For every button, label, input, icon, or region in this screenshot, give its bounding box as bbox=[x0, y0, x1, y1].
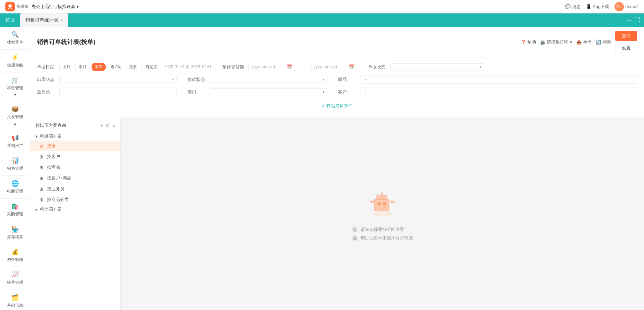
sidebar-item-sales-label: 销售管理 bbox=[7, 166, 23, 171]
tree-item-salesman-icon: ⊞ bbox=[38, 186, 44, 192]
tab-close-icon[interactable]: × bbox=[60, 18, 63, 22]
product-input[interactable]: ··· bbox=[361, 75, 637, 84]
sidebar-item-finance[interactable]: 💰 资金管理 bbox=[0, 244, 30, 267]
main-layout: 🔍 搜索菜单 ⚡ 快捷导航 🛒 零售管理 ▾ 📦 批发管理 ▴ 📢 营销推广 📊… bbox=[0, 27, 644, 310]
sidebar-item-ecommerce[interactable]: 🌐 电商管理 bbox=[0, 176, 30, 199]
tab-sales-order[interactable]: 销售订单统计表 × bbox=[20, 13, 68, 27]
tree-section-desktop[interactable]: ▾ 电脑端方案 bbox=[30, 132, 120, 141]
empty-tips: 1 请先选择要分析的方案 2 用过滤条件来缩小分析范围 bbox=[352, 226, 413, 241]
status-select[interactable]: ▾ bbox=[390, 63, 484, 70]
expected-date-start[interactable]: yyyy-mm-dd 📅 bbox=[248, 63, 295, 71]
query-button[interactable]: 查询 bbox=[615, 31, 637, 41]
expected-date-label: 预计交货期 bbox=[222, 64, 244, 70]
page-header: 销售订单统计表(按单) ❓ 帮助 🖨️ 按模板打印 ▾ 📤 导出 🔄 刷新 bbox=[30, 27, 644, 57]
avatar: Ea bbox=[614, 2, 624, 11]
print-arrow-icon: ▾ bbox=[570, 40, 572, 45]
message-action[interactable]: 💬 消息 bbox=[565, 4, 581, 10]
sidebar-item-sales[interactable]: 📊 销售管理 bbox=[0, 153, 30, 176]
add-scheme-icon[interactable]: + bbox=[100, 123, 103, 128]
tab-home[interactable]: 首页 bbox=[0, 13, 20, 27]
message-label: 消息 bbox=[572, 4, 581, 10]
tree-item-by-category[interactable]: ⊞ 按商品分类 bbox=[30, 194, 120, 205]
template-print-button[interactable]: 🖨️ 按模板打印 ▾ bbox=[540, 39, 572, 45]
custom-btn[interactable]: 自定义 bbox=[142, 63, 160, 71]
collapse-icon: ∧ bbox=[322, 103, 325, 108]
sidebar-item-inventory[interactable]: 🏪 库存核算 bbox=[0, 221, 30, 244]
svg-rect-6 bbox=[370, 200, 375, 203]
pay-status-select[interactable]: ▾ bbox=[210, 76, 327, 83]
svg-rect-7 bbox=[390, 200, 395, 203]
sidebar-item-retail-label: 零售管理 bbox=[7, 85, 23, 91]
logo-area: 标准版 bbox=[5, 2, 29, 11]
expected-date-end[interactable]: yyyy-mm-dd 📅 bbox=[310, 63, 357, 71]
user-name: demo2 bbox=[625, 4, 639, 9]
tree-mobile-expand-icon: ▸ bbox=[36, 207, 38, 212]
filter-row-3: 业务员 ··· 部门 ▾ 客户 ··· bbox=[37, 88, 637, 96]
svg-point-1 bbox=[373, 212, 392, 216]
sidebar-item-operations[interactable]: 📈 经营管理 bbox=[0, 267, 30, 290]
this-year-btn[interactable]: 本年 bbox=[92, 63, 106, 71]
customer-label: 客户 bbox=[338, 89, 357, 95]
settings-button[interactable]: 设置 bbox=[615, 43, 637, 53]
pay-status-label: 收款状态 bbox=[187, 76, 206, 83]
refresh-icon: 🔄 bbox=[596, 40, 601, 45]
quicknav-icon: ⚡ bbox=[11, 54, 19, 61]
empty-state: 1 请先选择要分析的方案 2 用过滤条件来缩小分析范围 bbox=[345, 166, 420, 261]
sidebar-item-ecommerce-label: 电商管理 bbox=[7, 189, 23, 194]
tree-item-by-customer-product[interactable]: ⊞ 按客户+商品 bbox=[30, 173, 120, 184]
svg-rect-5 bbox=[383, 202, 386, 205]
collapse-button[interactable]: ∧ 收起更多条件 bbox=[37, 100, 637, 111]
tree-item-salesman-label: 按业务员 bbox=[47, 186, 64, 192]
last7days-btn[interactable]: 近7天 bbox=[108, 63, 124, 71]
refresh-button[interactable]: 🔄 刷新 bbox=[596, 39, 611, 45]
ship-chevron-icon: ▾ bbox=[172, 78, 174, 81]
tree-item-by-customer[interactable]: ⊞ 按客户 bbox=[30, 151, 120, 162]
refresh-label: 刷新 bbox=[602, 39, 611, 45]
last-month-btn[interactable]: 上月 bbox=[59, 63, 73, 71]
tree-item-by-product[interactable]: ⊞ 按商品 bbox=[30, 162, 120, 173]
sidebar-item-marketing-label: 营销推广 bbox=[7, 143, 23, 149]
this-month-btn[interactable]: 本月 bbox=[75, 63, 90, 71]
settings-scheme-icon[interactable]: ⊙ bbox=[106, 123, 110, 128]
ship-status-select[interactable]: ▾ bbox=[59, 76, 177, 83]
tree-item-product-icon: ⊞ bbox=[38, 164, 44, 170]
sidebar-item-quicknav[interactable]: ⚡ 快捷导航 bbox=[0, 50, 30, 72]
tip-text-2: 用过滤条件来缩小分析范围 bbox=[361, 235, 413, 241]
user-action[interactable]: Ea demo2 bbox=[614, 2, 639, 11]
more-btn[interactable]: 更多 bbox=[126, 63, 140, 71]
top-bar: 标准版 办公用品行业模拟账套 ▾ 💬 消息 📱 App下载 Ea demo2 bbox=[0, 0, 644, 13]
sidebar-item-purchase[interactable]: 🛍️ 采购管理 bbox=[0, 199, 30, 221]
left-panel: 按以下方案查询 + ⊙ « ▾ 电脑端方案 ⊙ 按单 bbox=[30, 117, 121, 310]
sidebar-item-basic-label: 基础信息 bbox=[7, 303, 23, 308]
finance-icon: 💰 bbox=[11, 248, 19, 256]
tab-sales-order-label: 销售订单统计表 bbox=[25, 17, 58, 23]
marketing-icon: 📢 bbox=[11, 134, 19, 142]
empty-tip-2: 2 用过滤条件来缩小分析范围 bbox=[352, 235, 413, 241]
panel-header: 按以下方案查询 + ⊙ « bbox=[30, 120, 120, 131]
app-download-action[interactable]: 📱 App下载 bbox=[586, 4, 609, 10]
status-chevron-icon: ▾ bbox=[480, 65, 481, 69]
sidebar-item-marketing[interactable]: 📢 营销推广 bbox=[0, 130, 30, 153]
tab-bar: 首页 销售订单统计表 × — ⛶ bbox=[0, 13, 644, 27]
sidebar: 🔍 搜索菜单 ⚡ 快捷导航 🛒 零售管理 ▾ 📦 批发管理 ▴ 📢 营销推广 📊… bbox=[0, 27, 30, 310]
workspace-selector[interactable]: 办公用品行业模拟账套 ▾ bbox=[32, 4, 79, 10]
sidebar-item-wholesale[interactable]: 📦 批发管理 ▴ bbox=[0, 101, 30, 130]
dept-select[interactable]: ▾ bbox=[210, 88, 327, 95]
message-icon: 💬 bbox=[565, 4, 571, 9]
svg-point-0 bbox=[8, 4, 12, 8]
tab-maximize-icon[interactable]: ⛶ bbox=[635, 17, 640, 23]
sidebar-item-search[interactable]: 🔍 搜索菜单 bbox=[0, 27, 30, 50]
salesman-input[interactable]: ··· bbox=[59, 88, 177, 96]
workspace-arrow: ▾ bbox=[76, 4, 79, 9]
sidebar-item-basic[interactable]: 🗂️ 基础信息 bbox=[0, 290, 30, 310]
tree-item-by-order[interactable]: ⊙ 按单 bbox=[30, 141, 120, 151]
dept-chevron-icon: ▾ bbox=[323, 90, 324, 94]
tree-item-by-salesman[interactable]: ⊞ 按业务员 bbox=[30, 184, 120, 194]
tab-minimize-icon[interactable]: — bbox=[627, 17, 632, 23]
help-button[interactable]: ❓ 帮助 bbox=[521, 39, 536, 45]
customer-input[interactable]: ··· bbox=[361, 88, 637, 96]
tree-section-mobile[interactable]: ▸ 移动端方案 bbox=[30, 205, 120, 214]
export-button[interactable]: 📤 导出 bbox=[576, 39, 592, 45]
sidebar-item-retail[interactable]: 🛒 零售管理 ▾ bbox=[0, 72, 30, 101]
collapse-panel-icon[interactable]: « bbox=[112, 123, 115, 128]
